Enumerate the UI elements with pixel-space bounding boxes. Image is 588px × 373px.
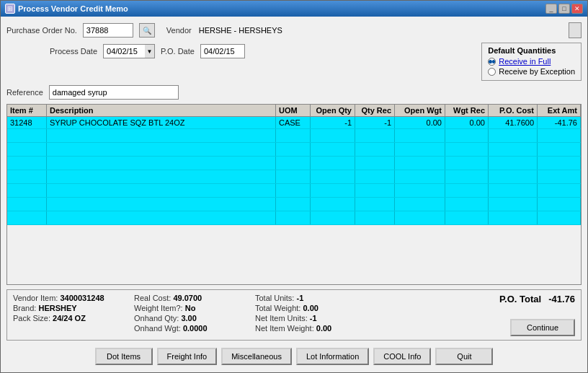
cell-openwgt [395, 211, 445, 224]
cell-openqty: -1 [311, 117, 355, 128]
reference-label: Reference [6, 88, 43, 97]
restore-button[interactable]: □ [558, 4, 570, 14]
net-item-weight-label: Net Item Weight: [255, 324, 314, 333]
cell-item [7, 157, 47, 170]
items-table: Item # Description UOM Open Qty Qty Rec … [6, 104, 582, 285]
freight-info-button[interactable]: Freight Info [157, 348, 218, 365]
receive-by-exception-option[interactable]: Receive by Exception [488, 67, 575, 76]
table-row[interactable] [7, 143, 581, 157]
total-weight-row: Total Weight: 0.00 [255, 304, 370, 312]
cell-desc [47, 184, 276, 197]
cell-openwgt [395, 143, 445, 156]
dot-items-button[interactable]: Dot Items [95, 348, 153, 365]
receive-in-full-label: Receive in Full [499, 57, 551, 66]
miscellaneous-button[interactable]: Miscellaneous [221, 348, 292, 365]
quit-button[interactable]: Quit [435, 348, 493, 365]
info-col-1: Vendor Item: 3400031248 Brand: HERSHEY P… [13, 294, 128, 322]
table-row[interactable] [7, 129, 581, 143]
cell-uom [276, 157, 311, 170]
real-cost-label: Real Cost: [134, 294, 171, 302]
cell-pocost: 41.7600 [489, 117, 538, 128]
main-window: ⊞ Process Vendor Credit Memo _ □ ✕ Purch… [0, 0, 588, 373]
cell-desc [47, 211, 276, 224]
cell-item [7, 143, 47, 156]
cell-pocost [489, 157, 538, 170]
cell-desc [47, 198, 276, 211]
vendor-item-label: Vendor Item: [13, 294, 58, 302]
cell-wgtrec [445, 170, 489, 183]
receive-in-full-option[interactable]: Receive in Full [488, 57, 575, 66]
cell-openqty [311, 184, 355, 197]
cell-qtyrec [355, 143, 395, 156]
vendor-label: Vendor [166, 26, 192, 35]
po-total-label: P.O. Total [499, 294, 541, 304]
continue-button[interactable]: Continue [510, 319, 575, 336]
table-row[interactable] [7, 157, 581, 170]
table-row[interactable] [7, 170, 581, 184]
cell-openqty [311, 211, 355, 224]
cell-item [7, 170, 47, 183]
po-total-section: P.O. Total -41.76 Continue [499, 294, 575, 336]
table-row[interactable] [7, 198, 581, 211]
minimize-button[interactable]: _ [545, 4, 557, 14]
titlebar-left: ⊞ Process Vendor Credit Memo [5, 4, 128, 14]
pack-size-row: Pack Size: 24/24 OZ [13, 314, 128, 322]
po-vendor-row: Purchase Order No. 🔍 Vendor HERSHE - HER… [6, 22, 582, 38]
cell-openwgt [395, 198, 445, 211]
cell-openwgt [395, 170, 445, 183]
vendor-detail-button[interactable] [569, 22, 582, 38]
cell-uom [276, 211, 311, 224]
col-header-desc: Description [47, 105, 276, 116]
process-date-dropdown-arrow[interactable]: ▼ [145, 44, 155, 58]
receive-in-full-radio[interactable] [488, 58, 496, 66]
process-date-input[interactable] [103, 44, 145, 58]
table-row[interactable]: 31248 SYRUP CHOCOLATE SQZ BTL 24OZ CASE … [7, 117, 581, 129]
pack-size-value: 24/24 OZ [53, 314, 86, 322]
cell-wgtrec [445, 184, 489, 197]
cool-info-button[interactable]: COOL Info [373, 348, 431, 365]
info-col-2: Real Cost: 49.0700 Weight Item?: No Onha… [134, 294, 249, 333]
cell-wgtrec [445, 157, 489, 170]
info-col-3: Total Units: -1 Total Weight: 0.00 Net I… [255, 294, 370, 333]
col-header-wgtrec: Wgt Rec [445, 105, 489, 116]
net-item-weight-row: Net Item Weight: 0.00 [255, 324, 370, 333]
cell-uom [276, 143, 311, 156]
cell-uom [276, 129, 311, 142]
total-units-label: Total Units: [255, 294, 294, 302]
cell-extamt [538, 211, 581, 224]
vendor-value: HERSHE - HERSHEYS [199, 26, 282, 35]
po-search-button[interactable]: 🔍 [139, 23, 155, 38]
onhand-qty-value: 3.00 [181, 314, 196, 322]
cell-openqty [311, 129, 355, 142]
receive-by-exception-radio[interactable] [488, 68, 496, 76]
po-date-input[interactable] [200, 44, 245, 58]
brand-label: Brand: [13, 304, 36, 312]
info-panel: Vendor Item: 3400031248 Brand: HERSHEY P… [6, 289, 582, 341]
lot-information-button[interactable]: Lot Information [296, 348, 369, 365]
onhand-wgt-row: Onhand Wgt: 0.0000 [134, 324, 249, 333]
onhand-wgt-value: 0.0000 [183, 324, 208, 333]
cell-openqty [311, 170, 355, 183]
col-header-qtyrec: Qty Rec [355, 105, 395, 116]
cell-item [7, 184, 47, 197]
close-button[interactable]: ✕ [571, 4, 583, 14]
cell-pocost [489, 184, 538, 197]
net-item-units-row: Net Item Units: -1 [255, 314, 370, 322]
total-weight-label: Total Weight: [255, 304, 300, 312]
cell-desc [47, 157, 276, 170]
reference-input[interactable] [49, 85, 179, 100]
po-number-input[interactable] [83, 23, 133, 38]
cell-extamt [538, 143, 581, 156]
cell-openqty [311, 198, 355, 211]
col-header-extamt: Ext Amt [538, 105, 581, 116]
cell-item: 31248 [7, 117, 47, 128]
table-row[interactable] [7, 211, 581, 225]
table-row[interactable] [7, 184, 581, 198]
vendor-item-value: 3400031248 [60, 294, 104, 302]
real-cost-row: Real Cost: 49.0700 [134, 294, 249, 302]
po-total-row: P.O. Total -41.76 [499, 294, 575, 304]
cell-qtyrec [355, 198, 395, 211]
weight-item-value: No [185, 304, 196, 312]
date-quantities-row: Process Date ▼ P.O. Date Default Quantit… [6, 43, 582, 81]
receive-by-exception-label: Receive by Exception [499, 67, 575, 76]
